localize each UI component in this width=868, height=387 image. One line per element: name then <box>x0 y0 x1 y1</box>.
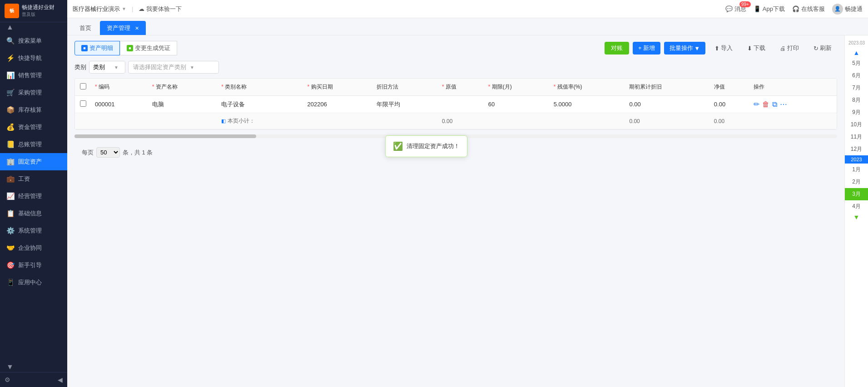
calendar-month-7[interactable]: 7月 <box>845 82 868 94</box>
sub-tab-asset-detail[interactable]: ■ 资产明细 <box>74 41 120 55</box>
sidebar-item-app-center[interactable]: 📱 应用中心 <box>0 274 67 291</box>
sidebar-item-purchase[interactable]: 🛒 采购管理 <box>0 84 67 101</box>
copy-btn[interactable]: ⧉ <box>772 100 777 109</box>
sub-tab-asset-detail-label: 资产明细 <box>89 44 113 52</box>
calendar-year-month[interactable]: 2023.03 <box>847 40 867 46</box>
sidebar-item-operations[interactable]: 📈 经营管理 <box>0 188 67 205</box>
notification-icon: 💬 <box>725 5 733 12</box>
success-toast: ✅ 清理固定资产成功！ <box>385 135 467 157</box>
filter-category-select[interactable]: 类别 ▼ <box>89 61 125 74</box>
filter-category-label: 类别 <box>74 63 86 71</box>
header-name: * 资产名称 <box>149 79 218 96</box>
filter-asset-input[interactable]: 请选择固定资产类别 ▼ <box>128 61 219 74</box>
cell-net-value: 0.00 <box>710 96 750 113</box>
experience-btn[interactable]: ☁ 我要体验一下 <box>139 5 182 13</box>
tab-asset-mgmt[interactable]: 资产管理 ✕ <box>100 21 146 35</box>
content: ■ 资产明细 ■ 变更生成凭证 对账 + 新增 批量操作 ▼ ⬆ <box>67 35 868 387</box>
user-profile-btn[interactable]: 👤 畅捷通 <box>832 4 863 15</box>
topbar: 医疗器械行业演示 ▼ | ☁ 我要体验一下 💬 消息 99+ 📱 App下载 🎧… <box>67 0 868 18</box>
header-category: * 类别名称 <box>218 79 303 96</box>
calendar-month-1[interactable]: 1月 <box>845 164 868 176</box>
sidebar-item-label: 库存核算 <box>18 106 42 114</box>
calendar-month-4[interactable]: 4月 <box>845 200 868 213</box>
refresh-button[interactable]: ↻ 刷新 <box>808 42 837 55</box>
sidebar-scroll-up[interactable]: ▲ <box>0 22 67 32</box>
sidebar-item-system[interactable]: ⚙️ 系统管理 <box>0 222 67 239</box>
calendar-header: 2023.03 ✕ ⛶ <box>845 37 868 48</box>
table-header-row: * 编码 * 资产名称 * 类别名称 * 购买日期 折旧方法 * 原值 * 期限… <box>75 79 837 96</box>
calendar-month-11[interactable]: 11月 <box>845 131 868 143</box>
calendar-month-9[interactable]: 9月 <box>845 106 868 119</box>
download-label: 下载 <box>754 44 765 52</box>
select-all-checkbox[interactable] <box>80 83 86 89</box>
header-period: * 期限(月) <box>485 79 550 96</box>
batch-ops-button[interactable]: 批量操作 ▼ <box>664 42 705 55</box>
company-selector[interactable]: 医疗器械行业演示 ▼ <box>73 5 126 13</box>
calendar-month-8[interactable]: 8月 <box>845 94 868 106</box>
print-icon: 🖨 <box>780 45 786 52</box>
more-btn[interactable]: ⋯ <box>780 100 787 109</box>
company-name: 医疗器械行业演示 <box>73 5 120 13</box>
avatar: 👤 <box>832 4 843 15</box>
download-icon: 📱 <box>754 5 761 12</box>
import-button[interactable]: ⬆ 导入 <box>709 42 738 55</box>
calendar-month-6[interactable]: 6月 <box>845 69 868 82</box>
purchase-icon: 🛒 <box>6 89 15 97</box>
cell-depreciation-method: 年限平均 <box>373 96 438 113</box>
header-checkbox-cell <box>75 79 91 96</box>
sidebar-item-enterprise[interactable]: 🤝 企业协同 <box>0 239 67 257</box>
subtotal-initial: 0.00 <box>625 113 710 129</box>
sidebar-item-quick-nav[interactable]: ⚡ 快捷导航 <box>0 50 67 67</box>
sidebar-item-payroll[interactable]: 💼 工资 <box>0 170 67 188</box>
service-icon: 🎧 <box>792 5 799 12</box>
calendar-month-10[interactable]: 10月 <box>845 119 868 131</box>
download-button[interactable]: ⬇ 下载 <box>742 42 771 55</box>
sidebar-item-label: 固定资产 <box>18 158 42 166</box>
sidebar-item-search[interactable]: 🔍 搜索菜单 <box>0 32 67 50</box>
sidebar-footer: ⚙ ◀ <box>0 372 67 387</box>
import-icon: ⬆ <box>714 45 719 52</box>
sub-tab-voucher-gen[interactable]: ■ 变更生成凭证 <box>120 41 177 55</box>
collapse-icon[interactable]: ◀ <box>58 376 63 383</box>
delete-btn[interactable]: 🗑 <box>762 100 769 109</box>
tab-home[interactable]: 首页 <box>73 21 98 35</box>
edit-btn[interactable]: ✏ <box>754 100 759 109</box>
calendar-month-12[interactable]: 12月 <box>845 143 868 155</box>
sidebar-item-inventory[interactable]: 📦 库存核算 <box>0 101 67 119</box>
new-button[interactable]: + 新增 <box>633 42 660 55</box>
calendar-up-btn[interactable]: ▲ <box>853 48 861 57</box>
reconcile-button[interactable]: 对账 <box>605 42 629 55</box>
calendar-panel: 2023.03 ✕ ⛶ ▲ 5月 6月 7月 8月 9月 10月 11月 12月… <box>844 35 868 387</box>
sidebar-item-label: 总账管理 <box>18 140 42 149</box>
check-circle-icon: ✅ <box>393 141 403 151</box>
sidebar-item-fixed-assets[interactable]: 🏢 固定资产 <box>0 153 67 170</box>
online-service-btn[interactable]: 🎧 在线客服 <box>792 5 825 13</box>
notification-btn[interactable]: 💬 消息 99+ <box>725 5 746 13</box>
sidebar-item-sales[interactable]: 📊 销售管理 <box>0 67 67 84</box>
filter-group: 类别 类别 ▼ 请选择固定资产类别 ▼ <box>74 61 219 74</box>
calendar-month-2[interactable]: 2月 <box>845 176 868 188</box>
tabbar: 首页 资产管理 ✕ <box>67 18 868 35</box>
header-purchase-date: * 购买日期 <box>304 79 373 96</box>
calendar-year-marker: 2023 <box>845 155 868 164</box>
sidebar-item-guide[interactable]: 🎯 新手引导 <box>0 257 67 274</box>
tab-close-icon[interactable]: ✕ <box>135 25 139 31</box>
sidebar-scroll-down[interactable]: ▼ <box>0 362 67 372</box>
row-checkbox[interactable] <box>80 100 86 107</box>
print-button[interactable]: 🖨 打印 <box>774 42 804 55</box>
calendar-down-btn[interactable]: ▼ <box>853 213 861 222</box>
sidebar-item-ledger[interactable]: 📒 总账管理 <box>0 136 67 153</box>
fixed-assets-icon: 🏢 <box>6 158 15 166</box>
app-download-btn[interactable]: 📱 App下载 <box>754 5 785 13</box>
sidebar-item-basic-info[interactable]: 📋 基础信息 <box>0 205 67 222</box>
calendar-month-5[interactable]: 5月 <box>845 57 868 69</box>
horizontal-scrollbar-thumb[interactable] <box>74 134 256 138</box>
tab-asset-mgmt-label: 资产管理 <box>107 25 130 31</box>
cloud-icon: ☁ <box>139 5 144 12</box>
row-checkbox-cell <box>75 96 91 113</box>
calendar-month-3-current[interactable]: 3月 <box>845 188 868 200</box>
settings-icon[interactable]: ⚙ <box>5 376 10 383</box>
sidebar-item-label: 基础信息 <box>18 209 42 218</box>
sidebar-item-funds[interactable]: 💰 资金管理 <box>0 119 67 136</box>
per-page-select[interactable]: 50 100 <box>96 147 120 158</box>
